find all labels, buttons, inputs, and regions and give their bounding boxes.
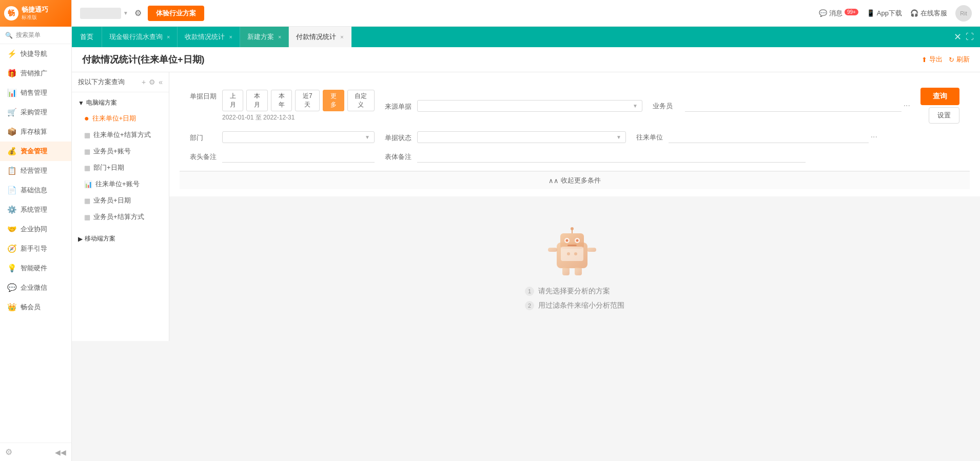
tab-close-receipt[interactable]: ×	[229, 34, 232, 40]
query-button[interactable]: 查询	[920, 88, 959, 105]
date-filter-group: 单据日期 上月 本月 本年 近7天 更多 自定义	[190, 90, 375, 122]
sidebar-item-guide[interactable]: 🧭 新手引导	[0, 239, 71, 258]
message-icon: 💬	[819, 9, 827, 17]
sidebar-item-sys-mgmt[interactable]: ⚙️ 系统管理	[0, 200, 71, 219]
sidebar-item-smart-hw[interactable]: 💡 智能硬件	[0, 258, 71, 278]
tab-home[interactable]: 首页	[72, 27, 102, 47]
body-note-input[interactable]	[417, 150, 806, 163]
head-note-input[interactable]	[222, 150, 375, 163]
sidebar-item-purchase[interactable]: 🛒 采购管理	[0, 103, 71, 122]
date-btn-last-month[interactable]: 上月	[222, 90, 243, 111]
svg-point-8	[571, 227, 574, 230]
scheme-grid-icon-2: ▦	[84, 148, 90, 155]
body-note-label: 表体备注	[385, 150, 413, 162]
svg-rect-10	[587, 248, 596, 252]
footer-settings-icon[interactable]: ⚙	[5, 447, 12, 457]
tab-new-scheme[interactable]: 新建方案 ×	[240, 27, 289, 47]
footer-collapse-icon[interactable]: ◀◀	[55, 448, 66, 456]
mobile-scheme-section: ▶ 移动端方案	[72, 228, 169, 249]
date-btn-this-year[interactable]: 本年	[271, 90, 292, 111]
filter-row-3: 表头备注 表体备注	[190, 150, 959, 163]
search-menu[interactable]: 🔍 搜索菜单	[0, 27, 71, 44]
date-btn-7days[interactable]: 近7天	[295, 90, 320, 111]
dept-label: 部门	[190, 131, 218, 143]
svg-rect-11	[561, 247, 583, 261]
close-all-icon[interactable]: ✕	[954, 31, 962, 43]
bill-status-select[interactable]: ▼	[417, 131, 626, 143]
sidebar-item-operation[interactable]: 📋 经营管理	[0, 161, 71, 181]
nav-icon-marketing: 🎁	[7, 69, 16, 78]
tab-bar: 首页 现金银行流水查询 × 收款情况统计 × 新建方案 × 付款情况统计 × ✕…	[72, 27, 980, 47]
desktop-section-title[interactable]: ▼ 电脑端方案	[72, 95, 169, 110]
tab-close-new-scheme[interactable]: ×	[278, 34, 281, 40]
sidebar-item-sales[interactable]: 📊 销售管理	[0, 83, 71, 103]
mobile-section-arrow-icon: ▶	[78, 235, 83, 243]
tab-close-payment[interactable]: ×	[340, 34, 343, 40]
tab-close-bank-flow[interactable]: ×	[167, 34, 170, 40]
online-service-item[interactable]: 🎧 在线客服	[910, 9, 947, 18]
tab-receipt-stats[interactable]: 收款情况统计 ×	[178, 27, 240, 47]
dept-chevron-icon: ▼	[365, 134, 370, 140]
sidebar-item-basic-info[interactable]: 📄 基础信息	[0, 181, 71, 200]
tip-num-2: 2	[525, 301, 534, 310]
maximize-icon[interactable]: ⛶	[966, 32, 974, 42]
nav-icon-operation: 📋	[7, 166, 16, 175]
add-scheme-icon[interactable]: +	[142, 78, 146, 86]
messages-item[interactable]: 💬 消息 99+	[819, 9, 858, 18]
export-button[interactable]: ⬆ 导出	[922, 55, 943, 64]
partner-group: 往来单位 ···	[636, 131, 877, 143]
nav-icon-purchase: 🛒	[7, 108, 16, 117]
sidebar-item-quick-nav[interactable]: ⚡ 快捷导航	[0, 44, 71, 64]
panel-collapse-icon[interactable]: «	[159, 78, 163, 86]
date-btn-more[interactable]: 更多	[323, 90, 344, 111]
bill-status-group: 单据状态 ▼	[385, 131, 626, 143]
tip-num-1: 1	[525, 287, 534, 296]
sidebar-item-marketing[interactable]: 🎁 营销推广	[0, 64, 71, 83]
nav-icon-guide: 🧭	[7, 244, 16, 253]
empty-tips: 1 请先选择要分析的方案 2 用过滤条件来缩小分析范围	[525, 287, 624, 310]
sidebar-item-fund[interactable]: 💰 资金管理	[0, 142, 71, 161]
dept-select[interactable]: ▼	[222, 131, 375, 143]
scheme-item-partner-date[interactable]: ● 往来单位+日期	[72, 110, 169, 127]
source-bill-select[interactable]: ▼	[417, 100, 642, 112]
scheme-item-staff-settlement[interactable]: ▦ 业务员+结算方式	[72, 209, 169, 225]
date-btn-this-month[interactable]: 本月	[246, 90, 267, 111]
partner-more-icon[interactable]: ···	[871, 132, 877, 142]
sidebar-item-inventory[interactable]: 📦 库存核算	[0, 122, 71, 142]
staff-more-icon[interactable]: ···	[904, 101, 910, 110]
date-btn-custom[interactable]: 自定义	[347, 90, 375, 111]
mobile-section-title[interactable]: ▶ 移动端方案	[72, 231, 169, 246]
app-download-item[interactable]: 📱 App下载	[867, 9, 902, 18]
refresh-button[interactable]: ↻ 刷新	[949, 55, 970, 64]
partner-input[interactable]	[669, 131, 869, 143]
sidebar-header: 畅 畅捷通巧 标准版	[0, 0, 71, 27]
staff-input[interactable]	[685, 99, 901, 112]
nav-icon-inventory: 📦	[7, 127, 16, 136]
trial-button[interactable]: 体验行业方案	[148, 6, 204, 21]
sidebar-item-member[interactable]: 👑 畅会员	[0, 297, 71, 317]
scheme-item-dept-date[interactable]: ▦ 部门+日期	[72, 159, 169, 176]
filter-settings-button[interactable]: 设置	[929, 107, 959, 124]
body-note-group: 表体备注	[385, 150, 806, 163]
sidebar-item-enterprise[interactable]: 🤝 企业协同	[0, 219, 71, 239]
tab-bank-flow[interactable]: 现金银行流水查询 ×	[102, 27, 178, 47]
panel-header: 按以下方案查询 + ⚙ «	[72, 72, 169, 92]
scheme-item-partner-account[interactable]: 📊 往来单位+账号	[72, 176, 169, 192]
user-avatar[interactable]: Rit	[955, 5, 972, 22]
collapse-more-btn[interactable]: ∧∧ 收起更多条件	[180, 171, 970, 189]
date-quick-btns: 上月 本月 本年 近7天 更多 自定义	[222, 90, 375, 111]
sidebar-item-corp-wechat[interactable]: 💬 企业微信	[0, 278, 71, 297]
nav-icon-enterprise: 🤝	[7, 225, 16, 234]
scheme-settings-icon[interactable]: ⚙	[149, 78, 155, 86]
settings-icon[interactable]: ⚙	[134, 8, 142, 18]
main-area: ▼ ⚙ 体验行业方案 💬 消息 99+ 📱 App下载 🎧 在线客服 Rit 首…	[72, 0, 980, 461]
tab-payment-stats[interactable]: 付款情况统计 ×	[289, 27, 351, 47]
chevron-down-icon[interactable]: ▼	[123, 10, 128, 16]
collapse-up-icon: ∧∧	[548, 177, 559, 185]
main-split: 按以下方案查询 + ⚙ « ▼ 电脑端方案 ● 往来单位+日期	[72, 72, 980, 341]
scheme-item-staff-date[interactable]: ▦ 业务员+日期	[72, 192, 169, 209]
staff-label: 业务员	[653, 99, 681, 111]
nav-icon-member: 👑	[7, 303, 16, 312]
scheme-item-partner-settlement[interactable]: ▦ 往来单位+结算方式	[72, 127, 169, 143]
scheme-item-staff-account[interactable]: ▦ 业务员+账号	[72, 143, 169, 159]
